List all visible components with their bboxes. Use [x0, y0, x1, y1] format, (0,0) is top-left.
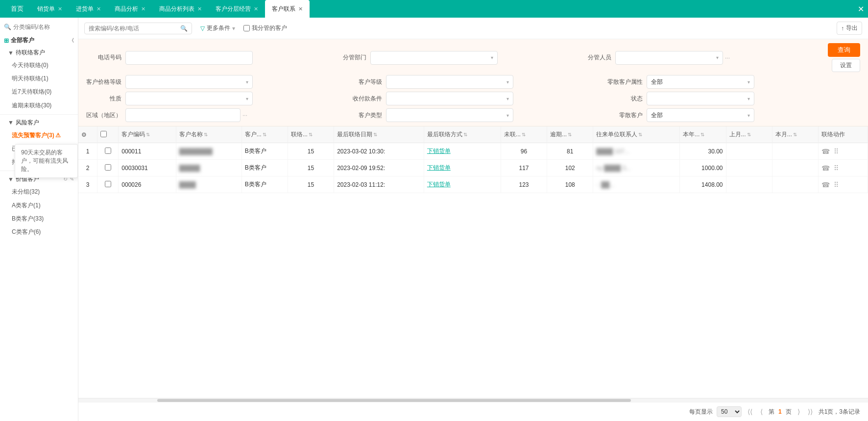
sidebar-group-pending[interactable]: ▼ 待联络客户	[0, 47, 78, 59]
sidebar-search-input[interactable]	[13, 24, 74, 30]
th-code[interactable]: 客户编码 ⇅	[119, 126, 176, 143]
tab-close-customer-layer[interactable]: ✕	[254, 6, 258, 12]
chevron-retail-attr: ▾	[747, 79, 750, 85]
sidebar-item-today[interactable]: 今天待联络(0)	[0, 59, 78, 72]
tab-close-analysis[interactable]: ✕	[141, 6, 145, 12]
th-contact[interactable]: 联络... ⇅	[288, 126, 334, 143]
th-name[interactable]: 客户名称 ⇅	[176, 126, 241, 143]
settings-btn[interactable]: 设置	[832, 59, 860, 72]
sidebar-collapse-btn[interactable]: 《	[69, 37, 74, 44]
level-select[interactable]: ▾	[386, 75, 513, 89]
customer-type-select[interactable]: ▾	[386, 108, 513, 122]
orange-search-icon[interactable]: 🔍	[180, 25, 188, 32]
td-overdue-3: 108	[547, 176, 593, 193]
more-icon-1[interactable]: ⠿	[834, 148, 839, 155]
sort-icon-this-year: ⇅	[700, 132, 704, 137]
phone-input[interactable]	[125, 51, 253, 65]
status-select[interactable]: ▾	[647, 92, 754, 105]
filter-search-input[interactable]	[89, 25, 178, 32]
td-this-year-1: 30.00	[680, 143, 726, 160]
contact-icon-2[interactable]: ☎	[821, 164, 830, 172]
th-uncontacted[interactable]: 未联... ⇅	[501, 126, 547, 143]
gear-th[interactable]: ⚙	[78, 126, 97, 143]
more-icon-2[interactable]: ⠿	[834, 164, 839, 172]
region-more-dots[interactable]: ···	[242, 112, 247, 119]
prev-page-btn[interactable]: ⟨	[758, 407, 765, 417]
tab-close-purchase[interactable]: ✕	[96, 6, 101, 12]
retail-attr-select[interactable]: 全部 ▾	[647, 75, 754, 89]
tab-close-sales[interactable]: ✕	[58, 6, 62, 12]
row-checkbox-2[interactable]	[105, 164, 111, 171]
tab-purchase[interactable]: 进货单 ✕	[69, 0, 108, 18]
tab-home[interactable]: 首页	[4, 0, 30, 18]
close-window-btn[interactable]: ✕	[858, 4, 864, 14]
row-checkbox-3[interactable]	[105, 181, 111, 187]
h-scrollbar[interactable]	[78, 398, 868, 402]
contact-icon-3[interactable]: ☎	[821, 181, 830, 189]
th-last-contact-method[interactable]: 最后联络方式 ⇅	[424, 126, 501, 143]
manager-select[interactable]: ▾	[615, 51, 723, 65]
filter-more-btn[interactable]: ▽ 更多条件 ▾	[196, 22, 240, 35]
chevron-level: ▾	[506, 79, 509, 85]
td-code-2: 00030031	[119, 160, 176, 176]
td-checkbox-3[interactable]	[97, 176, 119, 193]
my-customers-check[interactable]	[243, 25, 250, 31]
gender-select[interactable]: ▾	[125, 92, 253, 105]
filter-price-level: 客户价格等级 ▾	[86, 75, 339, 89]
tab-customer-contact[interactable]: 客户联系 ✕	[265, 0, 310, 18]
next-page-btn[interactable]: ⟩	[796, 407, 802, 417]
retail-select[interactable]: 全部 ▾	[647, 108, 754, 122]
contact-icon-1[interactable]: ☎	[821, 148, 830, 155]
query-btn[interactable]: 查询	[828, 43, 860, 57]
td-checkbox-2[interactable]	[97, 160, 119, 176]
sidebar-item-ungrouped[interactable]: 未分组(32)	[0, 185, 78, 198]
price-level-select[interactable]: ▾	[125, 75, 253, 89]
sidebar-group-risk[interactable]: ▼ 风险客户	[0, 117, 78, 129]
sidebar-item-tomorrow[interactable]: 明天待联络(1)	[0, 72, 78, 85]
tab-close-customer-contact[interactable]: ✕	[298, 6, 303, 12]
sidebar-item-churn-warning[interactable]: 流失预警客户(3) ⚠	[0, 129, 78, 142]
region-select[interactable]	[125, 108, 241, 122]
td-method-3[interactable]: 下销货单	[424, 176, 501, 193]
my-customers-checkbox[interactable]: 我分管的客户	[243, 24, 287, 32]
th-this-year[interactable]: 本年... ⇅	[680, 126, 726, 143]
last-page-btn[interactable]: ⟩⟩	[806, 407, 815, 417]
manager-more-dots[interactable]: ···	[725, 54, 730, 61]
td-method-1[interactable]: 下销货单	[424, 143, 501, 160]
td-checkbox-1[interactable]	[97, 143, 119, 160]
td-method-2[interactable]: 下销货单	[424, 160, 501, 176]
sidebar-item-class-b[interactable]: B类客户(33)	[0, 212, 78, 225]
tab-analysis-list[interactable]: 商品分析列表 ✕	[152, 0, 209, 18]
row-checkbox-1[interactable]	[105, 148, 111, 154]
filter-search-box[interactable]: 🔍	[84, 23, 192, 34]
total-label: 共1页，3条记录	[819, 408, 860, 416]
customer-type-label: 客户类型	[347, 111, 386, 120]
th-unit-contact[interactable]: 往来单位联系人 ⇅	[593, 126, 680, 143]
th-overdue[interactable]: 逾期... ⇅	[547, 126, 593, 143]
th-last-month[interactable]: 上月... ⇅	[726, 126, 772, 143]
sidebar-root[interactable]: ⊞ 全部客户 《	[0, 34, 78, 47]
sidebar-item-overdue[interactable]: 逾期未联络(30)	[0, 99, 78, 112]
tab-analysis[interactable]: 商品分析 ✕	[108, 0, 152, 18]
tab-sales[interactable]: 销货单 ✕	[30, 0, 69, 18]
tab-bar: 首页 销货单 ✕ 进货单 ✕ 商品分析 ✕ 商品分析列表 ✕ 客户分层经营 ✕ …	[0, 0, 868, 18]
sort-icon-uncontacted: ⇅	[522, 132, 526, 137]
department-select[interactable]: ▾	[370, 51, 498, 65]
more-icon-3[interactable]: ⠿	[834, 181, 839, 189]
more-conditions-label: 更多条件	[207, 24, 230, 32]
th-customer-type[interactable]: 客户... ⇅	[241, 126, 288, 143]
sidebar-item-class-a[interactable]: A类客户(1)	[0, 199, 78, 212]
th-this-month[interactable]: 本月... ⇅	[772, 126, 818, 143]
payment-select[interactable]: ▾	[386, 92, 513, 105]
th-last-contact-date[interactable]: 最后联络日期 ⇅	[334, 126, 424, 143]
tab-close-analysis-list[interactable]: ✕	[197, 6, 202, 12]
chevron-gender: ▾	[246, 96, 248, 101]
per-page-select[interactable]: 50 100 200	[717, 406, 742, 417]
sidebar-item-class-c[interactable]: C类客户(6)	[0, 225, 78, 239]
export-btn[interactable]: ↑ 导出	[837, 22, 862, 35]
checkbox-th[interactable]	[97, 126, 119, 143]
sidebar-item-7days[interactable]: 近7天待联络(0)	[0, 85, 78, 99]
first-page-btn[interactable]: ⟨⟨	[746, 407, 754, 417]
tab-customer-layer[interactable]: 客户分层经营 ✕	[209, 0, 265, 18]
select-all-checkbox[interactable]	[100, 131, 107, 137]
